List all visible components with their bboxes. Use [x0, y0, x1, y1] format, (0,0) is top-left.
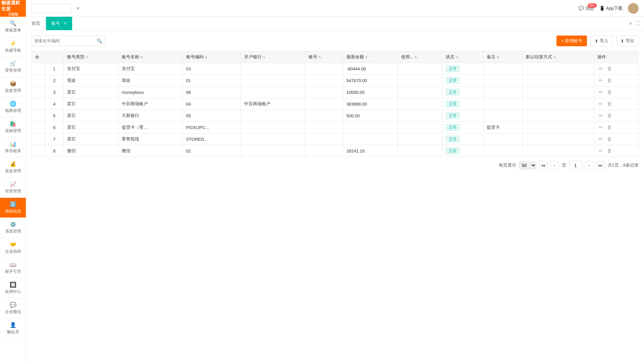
- app-download-button[interactable]: 📱 App下载: [599, 5, 623, 11]
- col-header-remark[interactable]: 备注⇅: [483, 51, 522, 63]
- message-button[interactable]: 💬 消息 99+: [579, 5, 594, 11]
- edit-button-5[interactable]: ✏: [597, 124, 604, 130]
- row-num-7: 8: [45, 145, 64, 157]
- col-header-bank[interactable]: 开户银行⇅: [241, 51, 305, 63]
- page-input[interactable]: [569, 161, 582, 170]
- sidebar-item-enterprise-wechat[interactable]: 💬 企业微信: [0, 298, 26, 318]
- row-gear-6: [32, 133, 45, 145]
- row-gear-0: [32, 63, 45, 75]
- row-account_type-0: 支付宝: [63, 63, 118, 75]
- export-button[interactable]: ⬇ 导出: [616, 36, 639, 46]
- row-default-settlement-4: [522, 110, 594, 122]
- row-gear-7: [32, 145, 45, 157]
- accounts-table: ⚙账号类型⇅账号名称⇅账号编码⇅开户银行⇅账号⇅最新余额⇅使用...⇅状态⇅备注…: [32, 51, 639, 157]
- edit-button-1[interactable]: ✏: [597, 77, 604, 83]
- tab-bar: 首页账号✕ ✕ ⛶: [26, 17, 644, 30]
- basic-info-icon: ℹ️: [10, 201, 16, 207]
- sidebar-item-purchase-mgmt[interactable]: 🛍️ 采购管理: [0, 117, 26, 137]
- sidebar-item-label: 搜索菜单: [5, 27, 21, 33]
- next-page-button[interactable]: ›: [585, 161, 594, 170]
- edit-button-4[interactable]: ✏: [597, 113, 604, 119]
- prev-page-button[interactable]: ‹: [550, 161, 559, 170]
- sidebar-item-wholesale-mgmt[interactable]: 📦 批发管理: [0, 77, 26, 97]
- edit-button-0[interactable]: ✏: [597, 66, 604, 72]
- tab-label: 首页: [32, 20, 40, 26]
- edit-button-6[interactable]: ✏: [597, 136, 604, 142]
- last-page-button[interactable]: ⏭: [596, 161, 605, 170]
- sidebar: 畅捷通财生意 乐意版 🔍 搜索菜单 ⚡ 快捷导航 🛒 零售管理 📦 批发管理 🌐…: [0, 0, 26, 362]
- row-use_status-4: [397, 110, 442, 122]
- row-account_no-4: [305, 110, 343, 122]
- sidebar-item-app-center[interactable]: 🔲 应用中心: [0, 278, 26, 298]
- sidebar-item-ecommerce-mgmt[interactable]: 🌐 电商管理: [0, 97, 26, 117]
- sidebar-item-enterprise-agreement[interactable]: 🤝 企业协同: [0, 238, 26, 258]
- sidebar-item-retail-mgmt[interactable]: 🛒 零售管理: [0, 57, 26, 77]
- row-bank-1: [241, 75, 305, 86]
- enterprise-agreement-icon: 🤝: [10, 241, 16, 248]
- edit-button-3[interactable]: ✏: [597, 101, 604, 107]
- first-page-button[interactable]: ⏮: [539, 161, 548, 170]
- tab-close-icon[interactable]: ✕: [63, 21, 67, 26]
- tab-account[interactable]: 账号✕: [46, 17, 72, 30]
- sidebar-item-beginner-guide[interactable]: 📖 新手引导: [0, 258, 26, 278]
- row-account_code-6: STORED...: [182, 133, 241, 145]
- close-tab-icon[interactable]: ✕: [629, 21, 633, 26]
- col-header-account_name[interactable]: 账号名称⇅: [118, 51, 182, 63]
- avatar[interactable]: [628, 3, 639, 14]
- row-account_name-6: 零售抵现: [118, 133, 182, 145]
- delete-button-2[interactable]: 🗑: [606, 89, 613, 95]
- row-latest_balance-6: [343, 133, 397, 145]
- sidebar-item-quick-nav[interactable]: ⚡ 快捷导航: [0, 37, 26, 57]
- per-page-select[interactable]: 50 100: [519, 162, 536, 169]
- enterprise-wechat-icon: 💬: [10, 302, 16, 308]
- row-account_code-3: 04: [182, 98, 241, 110]
- col-header-account_type[interactable]: 账号类型⇅: [63, 51, 118, 63]
- delete-button-3[interactable]: 🗑: [606, 101, 613, 107]
- sidebar-item-basic-info[interactable]: ℹ️ 基础信息: [0, 198, 26, 218]
- col-header-account_code[interactable]: 账号编码⇅: [182, 51, 241, 63]
- add-account-button[interactable]: + 新增账号: [556, 36, 587, 46]
- sidebar-item-business-mgmt[interactable]: 📈 经营管理: [0, 178, 26, 198]
- delete-button-1[interactable]: 🗑: [606, 77, 613, 83]
- row-bank-5: [241, 122, 305, 133]
- sidebar-item-inventory-mgmt[interactable]: 📊 库存核算: [0, 137, 26, 158]
- sidebar-item-member[interactable]: 👤 畅会员: [0, 318, 26, 339]
- search-icon[interactable]: 🔍: [97, 38, 102, 44]
- col-header-account_no[interactable]: 账号⇅: [305, 51, 343, 63]
- search-input[interactable]: [35, 39, 97, 43]
- edit-button-2[interactable]: ✏: [597, 89, 604, 95]
- col-header-default_settlement[interactable]: 默认结算方式⇅: [522, 51, 594, 63]
- status-badge: 正常: [446, 124, 460, 131]
- sidebar-item-search-menu[interactable]: 🔍 搜索菜单: [0, 17, 26, 37]
- col-header-status[interactable]: 状态⇅: [442, 51, 483, 63]
- row-account_no-3: [305, 98, 343, 110]
- delete-button-4[interactable]: 🗑: [606, 113, 613, 118]
- row-num-6: 7: [45, 133, 64, 145]
- top-search-input[interactable]: [32, 4, 72, 13]
- row-use_status-5: [397, 122, 442, 133]
- gear-icon[interactable]: ⚙: [35, 55, 39, 60]
- expand-icon[interactable]: ⛶: [635, 21, 640, 26]
- sidebar-item-finance-mgmt[interactable]: 💰 资金管理: [0, 158, 26, 178]
- delete-button-0[interactable]: 🗑: [606, 66, 613, 71]
- top-bar-left: ▼: [32, 4, 80, 13]
- row-gear-4: [32, 110, 45, 122]
- status-badge: 正常: [446, 147, 460, 154]
- delete-button-5[interactable]: 🗑: [606, 124, 613, 130]
- row-action-4: ✏ 🗑: [594, 110, 638, 122]
- delete-button-6[interactable]: 🗑: [606, 136, 613, 142]
- tab-home[interactable]: 首页: [26, 17, 46, 30]
- import-button[interactable]: ⬆ 导入: [590, 36, 613, 46]
- row-remark-0: [483, 63, 522, 75]
- sidebar-item-system-mgmt[interactable]: ⚙️ 系统管理: [0, 218, 26, 238]
- delete-button-7[interactable]: 🗑: [606, 148, 613, 154]
- top-bar: ▼ 💬 消息 99+ 📱 App下载: [26, 0, 644, 17]
- row-account_code-0: 03: [182, 63, 241, 75]
- col-header-use_status[interactable]: 使用...⇅: [397, 51, 442, 63]
- sidebar-item-label: 电商管理: [5, 108, 21, 114]
- import-icon: ⬆: [595, 39, 598, 44]
- col-header-latest_balance[interactable]: 最新余额⇅: [343, 51, 397, 63]
- edit-button-7[interactable]: ✏: [597, 148, 604, 154]
- system-mgmt-icon: ⚙️: [10, 221, 16, 228]
- top-bar-right: 💬 消息 99+ 📱 App下载: [579, 3, 639, 14]
